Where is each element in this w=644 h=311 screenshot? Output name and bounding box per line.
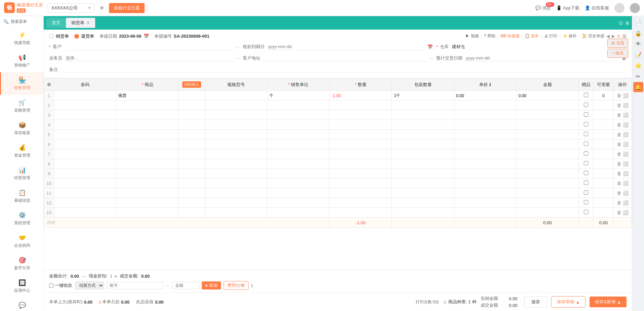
copy-row-icon[interactable]: ⬜ xyxy=(623,190,629,196)
app-download-btn[interactable]: 📱 App下载 xyxy=(556,5,579,11)
sidebar-item-appCenter[interactable]: 🔲 应用中心 xyxy=(0,275,43,298)
avatar[interactable] xyxy=(614,3,624,13)
nav-prev-icon[interactable]: ◀ xyxy=(606,34,610,39)
history-btn[interactable]: 📜 历史单据 xyxy=(582,33,604,39)
copy-row-icon[interactable]: ⬜ xyxy=(623,200,629,205)
row-qty[interactable] xyxy=(330,91,392,101)
sidebar-item-system[interactable]: ⚙️ 系统管理 xyxy=(0,207,43,230)
row-qty[interactable] xyxy=(330,188,392,198)
actions-btn[interactable]: ⚡ 操作 xyxy=(563,33,577,39)
settings-icon[interactable]: ⚙ xyxy=(97,3,107,13)
row-unit-price[interactable] xyxy=(454,208,516,218)
row-qty[interactable] xyxy=(330,198,392,208)
row-gift[interactable] xyxy=(579,140,594,149)
row-product[interactable] xyxy=(116,198,179,208)
radio-return[interactable]: 退货单 xyxy=(74,33,94,39)
row-unit-price[interactable] xyxy=(454,101,516,110)
row-qty[interactable] xyxy=(330,208,392,218)
copy-row-icon[interactable]: ⬜ xyxy=(623,210,629,215)
save-draft-button[interactable]: 保存草稿 ▲ xyxy=(551,296,586,308)
row-barcode[interactable] xyxy=(54,120,116,130)
discount-help-icon[interactable]: ℹ xyxy=(110,274,112,279)
salesperson-dots-btn[interactable]: ··· xyxy=(235,55,239,61)
row-product[interactable] xyxy=(116,149,179,159)
row-gift[interactable] xyxy=(579,208,594,218)
row-pkg-qty[interactable] xyxy=(392,110,454,120)
row-pkg-qty[interactable] xyxy=(392,101,454,110)
row-amount[interactable] xyxy=(516,188,578,198)
row-spec[interactable] xyxy=(205,110,267,120)
row-unit[interactable] xyxy=(267,208,330,218)
row-gift[interactable] xyxy=(579,179,594,188)
delete-row-icon[interactable]: 🗑 xyxy=(617,190,621,196)
row-qty[interactable] xyxy=(330,130,392,140)
sidebar-item-sales[interactable]: 🏪 销售管理 xyxy=(0,72,43,95)
row-unit-price[interactable] xyxy=(454,179,516,188)
payment-due-input[interactable] xyxy=(267,43,426,50)
row-unit-price[interactable] xyxy=(454,130,516,140)
row-barcode[interactable] xyxy=(54,110,116,120)
row-barcode[interactable] xyxy=(54,91,116,101)
row-unit[interactable] xyxy=(267,179,330,188)
row-pkg-qty[interactable] xyxy=(392,169,454,179)
row-unit-price[interactable] xyxy=(454,169,516,179)
row-qty[interactable] xyxy=(330,159,392,169)
right-sidebar-lock-icon[interactable]: 🔒 xyxy=(633,28,643,38)
row-product[interactable] xyxy=(116,110,179,120)
row-qty[interactable] xyxy=(330,149,392,159)
row-pkg-qty[interactable] xyxy=(392,188,454,198)
row-gift[interactable] xyxy=(579,198,594,208)
sidebar-item-purchase[interactable]: 🛒 采购管理 xyxy=(0,95,43,117)
row-pkg-qty[interactable] xyxy=(392,130,454,140)
row-spec[interactable] xyxy=(205,91,267,101)
add-button[interactable]: ● 添加 xyxy=(202,281,221,289)
one-click-payment-label[interactable]: 一键收款 xyxy=(49,282,72,288)
sidebar-item-quick-nav[interactable]: ⚡ 快捷导航 xyxy=(0,27,43,50)
delete-row-icon[interactable]: 🗑 xyxy=(617,151,621,157)
list-view-icon[interactable]: ≡ xyxy=(617,33,620,39)
row-qty[interactable] xyxy=(330,169,392,179)
shortcut-btn[interactable]: ⌨ 快捷键 xyxy=(500,33,519,39)
row-barcode[interactable] xyxy=(54,101,116,110)
row-barcode[interactable] xyxy=(54,208,116,218)
row-unit[interactable] xyxy=(267,91,330,101)
tab-close-icon[interactable]: ✕ xyxy=(86,21,90,25)
row-qty[interactable] xyxy=(330,101,392,110)
copy-row-icon[interactable]: ⬜ xyxy=(623,132,629,137)
delete-row-icon[interactable]: 🗑 xyxy=(617,112,621,118)
copy-row-icon[interactable]: ⬜ xyxy=(623,171,629,176)
row-spec[interactable] xyxy=(205,169,267,179)
row-pkg-qty[interactable] xyxy=(392,149,454,159)
row-product[interactable] xyxy=(116,120,179,130)
scan-btn[interactable]: 扫码录入 xyxy=(182,81,201,88)
sidebar-item-wechat[interactable]: 💬 企业微信 xyxy=(0,298,43,311)
row-unit[interactable] xyxy=(267,188,330,198)
sidebar-item-marketing[interactable]: 📢 营销推广 xyxy=(0,50,43,72)
row-amount[interactable] xyxy=(516,208,578,218)
row-amount[interactable] xyxy=(516,169,578,179)
customer-addr-dots-btn[interactable]: ··· xyxy=(429,55,433,61)
copy-row-icon[interactable]: ⬜ xyxy=(623,103,629,108)
row-qty[interactable] xyxy=(330,120,392,130)
row-unit[interactable] xyxy=(267,140,330,149)
row-product[interactable] xyxy=(116,130,179,140)
customer-addr-input[interactable] xyxy=(262,55,427,62)
row-amount[interactable] xyxy=(516,159,578,169)
customer-input[interactable] xyxy=(64,43,233,50)
row-gift[interactable] xyxy=(579,120,594,130)
radio-sales[interactable]: 销货单 xyxy=(49,33,69,39)
grid-icon[interactable]: ⊞ xyxy=(626,21,629,26)
th-settings[interactable]: ⚙ xyxy=(44,79,54,91)
row-spec[interactable] xyxy=(205,149,267,159)
logistics-button[interactable]: + 物流 xyxy=(607,49,628,58)
settings-button[interactable]: ⚙ ⚙ 设置 设置 xyxy=(607,39,628,48)
row-barcode[interactable] xyxy=(54,130,116,140)
row-spec[interactable] xyxy=(205,198,267,208)
row-qty[interactable] xyxy=(330,140,392,149)
sidebar-item-enterprise[interactable]: 🤝 企业协同 xyxy=(0,230,43,252)
payment-due-calendar-icon[interactable]: 📅 xyxy=(427,44,433,49)
save-new-button[interactable]: 保存&新增 ▲ xyxy=(590,297,627,307)
row-unit[interactable] xyxy=(267,149,330,159)
row-pkg-qty[interactable] xyxy=(392,140,454,149)
row-product[interactable] xyxy=(116,159,179,169)
